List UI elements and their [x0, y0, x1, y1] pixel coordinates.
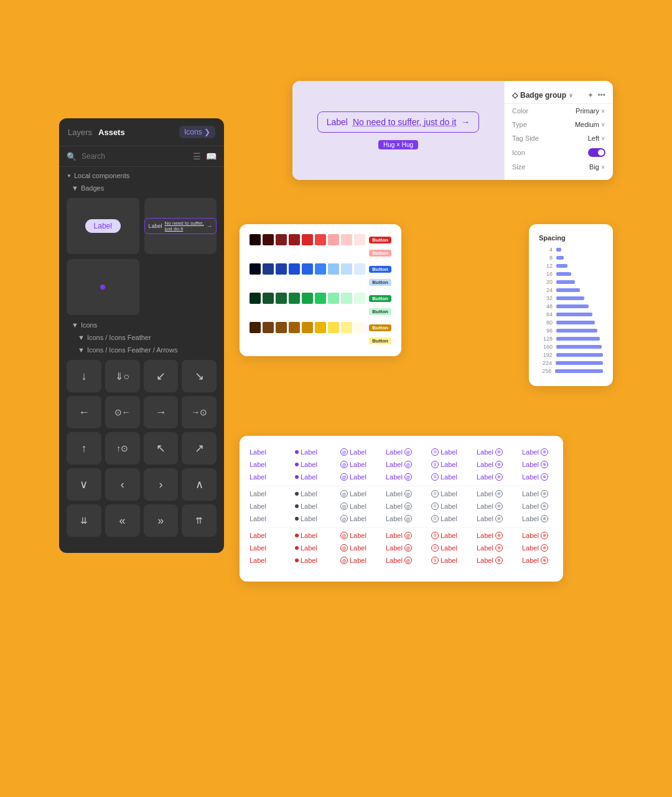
more-icon[interactable]: ••• [597, 91, 605, 100]
sp-label: 20 [539, 279, 553, 285]
icon-arrow-up-left[interactable]: ↖ [144, 432, 179, 465]
bt-cell: Label⊕ [477, 502, 517, 510]
icon-arrow-down-left[interactable]: ↙ [144, 360, 179, 392]
bt-row-red-2: Label Label @Label Label@ ①Label Label⊕ … [250, 544, 553, 552]
list-icon[interactable]: ☰ [193, 151, 201, 161]
props-actions: ✦ ••• [587, 91, 605, 100]
badge-group-panel: Label No need to suffer, just do it → Hu… [292, 81, 613, 180]
spacing-title: Spacing [539, 234, 603, 242]
swatch [315, 234, 326, 245]
icon-arrow-right[interactable]: → [144, 396, 179, 428]
prop-type: Type Medium ∨ [505, 118, 613, 131]
icons-section[interactable]: ▼ Icons [59, 319, 224, 331]
swatch [250, 322, 261, 333]
swatch [276, 234, 287, 245]
prop-tagside: Tag Side Left ∨ [505, 131, 613, 145]
prop-type-val[interactable]: Medium ∨ [575, 121, 605, 128]
icon-chevrons-right[interactable]: » [144, 504, 179, 537]
swatch [302, 322, 313, 333]
icon-arrow-up-circle[interactable]: ↑⊙ [105, 432, 140, 465]
icon-chevrons-down[interactable]: ⇊ [67, 504, 101, 537]
icon-arrow-up[interactable]: ↑ [67, 432, 101, 465]
sp-row-192: 192 [539, 352, 603, 358]
bt-cell: Label [250, 473, 290, 481]
icon-arrow-down[interactable]: ↓ [67, 360, 101, 392]
book-icon[interactable]: 📖 [206, 151, 217, 161]
bt-cell: Label [295, 490, 335, 498]
bt-cell: ①Label [431, 557, 472, 564]
icon-chevron-right[interactable]: › [144, 468, 179, 501]
sp-label: 12 [539, 263, 553, 269]
icon-arrow-up-right[interactable]: ↗ [182, 432, 217, 465]
search-actions: ☰ 📖 [193, 151, 217, 161]
icon-chevrons-left[interactable]: « [105, 504, 140, 537]
bt-cell: Label⊕ [477, 532, 517, 539]
btn-blue[interactable]: Button [369, 266, 391, 273]
bt-icon: ① [431, 473, 439, 481]
icons-feather-section[interactable]: ▼ Icons / Icons Feather [59, 331, 224, 344]
swatch [276, 322, 287, 333]
icon-chevron-left[interactable]: ‹ [105, 468, 140, 501]
icons-arrows-section[interactable]: ▼ Icons / Icons Feather / Arrows [59, 344, 224, 356]
swatch [341, 234, 352, 245]
badge-group-widget[interactable]: Label No need to suffer, just do it → [317, 111, 480, 133]
btn-yellow-light[interactable]: Button [369, 337, 391, 344]
focus-icon[interactable]: ✦ [587, 91, 594, 100]
btn-green[interactable]: Button [369, 295, 391, 302]
swatch [263, 263, 274, 275]
search-input[interactable] [82, 152, 188, 161]
sp-row-12: 12 [539, 263, 603, 269]
bt-icon: ⊗ [541, 532, 548, 539]
bt-cell: Label [295, 461, 335, 468]
tab-assets[interactable]: Assets [98, 128, 125, 137]
btn-yellow[interactable]: Button [369, 324, 391, 331]
badge-card-dot[interactable] [67, 259, 139, 315]
sp-label: 48 [539, 303, 553, 309]
toggle-icon[interactable] [588, 148, 605, 157]
prop-size-val[interactable]: Big ∨ [589, 163, 605, 171]
badge-group-title: Badge group [520, 91, 566, 100]
bt-icon: ⊕ [495, 557, 503, 564]
badge-dot [100, 285, 105, 290]
badges-section[interactable]: ▼ Badges [59, 182, 224, 194]
chevron-icon: ∨ [569, 92, 573, 98]
icon-arrow-left-circle[interactable]: ⊙← [105, 396, 140, 428]
icon-arrow-down-circle[interactable]: ⇓○ [105, 360, 140, 392]
local-components-label[interactable]: ▼ Local components [59, 167, 224, 182]
bt-dot [295, 517, 299, 521]
icon-chevron-up[interactable]: ∧ [182, 468, 217, 501]
swatch [250, 263, 261, 275]
sp-label: 192 [539, 352, 553, 358]
btn-blue-light[interactable]: Button [369, 279, 391, 286]
icon-chevron-down[interactable]: ∨ [67, 468, 101, 501]
icon-chevrons-up[interactable]: ⇈ [182, 504, 217, 537]
bt-cell: Label [295, 515, 335, 522]
bt-icon: ⊕ [495, 490, 503, 498]
prop-color-val[interactable]: Primary ∨ [576, 107, 605, 115]
btn-red[interactable]: Button [369, 237, 391, 243]
swatch [289, 234, 300, 245]
icons-filter[interactable]: Icons ❯ [179, 126, 215, 138]
sp-row-24: 24 [539, 287, 603, 293]
swatch [250, 293, 261, 304]
badge-card-group[interactable]: Label No need to suffer, just do it → [144, 198, 217, 254]
sp-row-16: 16 [539, 271, 603, 277]
bt-icon: @ [340, 515, 348, 522]
icon-arrow-right-circle[interactable]: →⊙ [182, 396, 217, 428]
bt-icon: @ [404, 544, 412, 552]
btn-green-light[interactable]: Button [369, 308, 391, 315]
bt-dot [295, 463, 299, 466]
btn-red-light[interactable]: Button [369, 250, 391, 257]
bt-cell: Label@ [386, 532, 426, 539]
bt-cell: Label⊗ [522, 502, 562, 510]
icon-arrow-down-right[interactable]: ↘ [182, 360, 217, 392]
bt-cell: Label [250, 461, 290, 468]
badge-card-label[interactable]: Label [67, 198, 139, 254]
bt-icon: ⊗ [541, 544, 548, 552]
icon-arrow-left[interactable]: ← [67, 396, 101, 428]
prop-tagside-val[interactable]: Left ∨ [588, 134, 605, 142]
bp-label: Label [149, 223, 162, 229]
bt-cell: Label [295, 473, 335, 481]
swatch [328, 263, 339, 275]
tab-layers[interactable]: Layers [68, 128, 92, 137]
